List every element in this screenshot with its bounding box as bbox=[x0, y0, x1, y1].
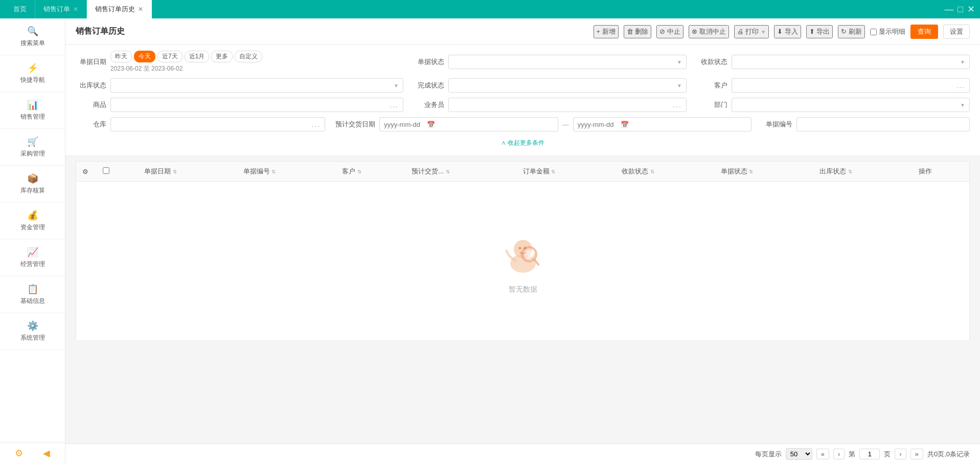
page-size-select[interactable]: 50 10 20 100 bbox=[786, 448, 812, 460]
export-btn[interactable]: ⬆ 导出 bbox=[806, 25, 833, 38]
salesman-dots[interactable]: ... bbox=[673, 101, 682, 109]
department-control[interactable]: ▼ bbox=[732, 98, 970, 112]
sort-order-status-icon[interactable]: ⇅ bbox=[749, 169, 753, 174]
complete-status-control[interactable]: ▼ bbox=[448, 78, 687, 93]
toolbar: + 新增 🗑 删除 ⊘ 中止 ⊗ 取消中止 🖨 打印 ▼ ⬇ 导入 bbox=[594, 25, 970, 44]
delivery-date-to-input[interactable] bbox=[578, 121, 619, 128]
query-btn[interactable]: 查询 bbox=[910, 25, 938, 39]
filter-row-1: 单据日期 昨天 今天 近7天 近1月 更多 自定义 2023-06-02 至 2… bbox=[76, 51, 970, 73]
import-btn-label: ⬇ 导入 bbox=[777, 27, 798, 36]
order-status-control[interactable]: ▼ bbox=[448, 55, 687, 69]
sidebar-item-basic-info[interactable]: 📋 基础信息 bbox=[0, 276, 65, 313]
cancel-stop-btn[interactable]: ⊗ 取消中止 bbox=[689, 25, 729, 38]
tab-sales-order-history[interactable]: 销售订单历史 ✕ bbox=[87, 0, 152, 18]
sidebar-settings-icon[interactable]: ⚙ bbox=[15, 448, 23, 459]
current-page-input[interactable] bbox=[859, 449, 880, 459]
sidebar-item-system-mgmt-label: 系统管理 bbox=[20, 334, 45, 342]
sort-customer-icon[interactable]: ⇅ bbox=[357, 169, 361, 174]
delete-btn[interactable]: 🗑 删除 bbox=[624, 25, 652, 38]
quick-nav-icon: ⚡ bbox=[27, 62, 38, 74]
delivery-date-from-input[interactable] bbox=[384, 121, 425, 128]
table-col-order-status: 单据状态 ⇅ bbox=[715, 162, 814, 182]
select-all-checkbox[interactable] bbox=[103, 167, 109, 174]
product-dots[interactable]: ... bbox=[390, 101, 399, 109]
delivery-date-from-wrap: 📅 bbox=[379, 117, 558, 131]
customer-control[interactable]: ... bbox=[732, 78, 970, 93]
tab-home[interactable]: 首页 bbox=[5, 0, 35, 18]
page-size-label: 每页显示 bbox=[755, 450, 782, 459]
date-btn-last7[interactable]: 近7天 bbox=[157, 51, 183, 62]
delivery-status-control[interactable]: ▼ bbox=[110, 78, 403, 93]
payment-status-chevron: ▼ bbox=[960, 59, 965, 65]
sidebar-collapse-icon[interactable]: ◀ bbox=[43, 448, 50, 459]
print-dropdown-icon[interactable]: ▼ bbox=[761, 29, 766, 35]
warehouse-control[interactable]: ... bbox=[110, 117, 325, 131]
table-col-payment-status: 收款状态 ⇅ bbox=[616, 162, 715, 182]
sidebar-bottom: ⚙ ◀ bbox=[0, 442, 65, 464]
sidebar-item-search-menu[interactable]: 🔍 搜索菜单 bbox=[0, 18, 65, 55]
filter-delivery-date: 预计交货日期 📅 — 📅 bbox=[335, 117, 751, 131]
sidebar-item-quick-nav[interactable]: ⚡ 快捷导航 bbox=[0, 55, 65, 92]
date-btn-yesterday[interactable]: 昨天 bbox=[110, 51, 132, 62]
order-number-label: 单据编号 bbox=[762, 120, 792, 129]
table-col-settings[interactable]: ⚙ bbox=[76, 162, 97, 182]
table-col-checkbox bbox=[97, 162, 139, 182]
calendar-from-icon[interactable]: 📅 bbox=[427, 121, 435, 128]
window-maximize-btn[interactable]: □ bbox=[958, 4, 963, 15]
display-detail-checkbox[interactable] bbox=[870, 29, 877, 35]
order-number-control[interactable] bbox=[796, 117, 970, 131]
filter-customer: 客户 ... bbox=[697, 78, 970, 93]
tab-sales-order-label: 销售订单 bbox=[43, 5, 70, 14]
sidebar-item-purchase-mgmt[interactable]: 🛒 采购管理 bbox=[0, 129, 65, 166]
last-page-btn[interactable]: » bbox=[910, 449, 923, 459]
calendar-to-icon[interactable]: 📅 bbox=[621, 121, 629, 128]
date-btn-more[interactable]: 更多 bbox=[211, 51, 233, 62]
sidebar-item-inventory[interactable]: 📦 库存核算 bbox=[0, 166, 65, 203]
display-detail-label: 显示明细 bbox=[879, 27, 905, 36]
salesman-control[interactable]: ... bbox=[448, 98, 687, 112]
stop-btn[interactable]: ⊘ 中止 bbox=[656, 25, 683, 38]
filter-row-4: 仓库 ... 预计交货日期 📅 — 📅 bbox=[76, 117, 970, 131]
tab-sales-order-history-close[interactable]: ✕ bbox=[138, 6, 143, 13]
empty-svg bbox=[497, 228, 549, 279]
import-btn[interactable]: ⬇ 导入 bbox=[774, 25, 801, 38]
order-status-label: 单据状态 bbox=[414, 57, 444, 67]
sidebar-item-system-mgmt[interactable]: ⚙️ 系统管理 bbox=[0, 313, 65, 350]
customer-dots[interactable]: ... bbox=[956, 81, 965, 90]
date-btn-last1month[interactable]: 近1月 bbox=[185, 51, 210, 62]
inventory-icon: 📦 bbox=[27, 173, 38, 184]
tab-sales-order[interactable]: 销售订单 ✕ bbox=[35, 0, 87, 18]
tab-sales-order-close[interactable]: ✕ bbox=[73, 6, 78, 13]
sort-delivery-date-icon[interactable]: ⇅ bbox=[446, 169, 450, 174]
pagination-bar: 每页显示 50 10 20 100 « ‹ 第 页 › » 共0页,0条记录 bbox=[65, 444, 980, 464]
first-page-btn[interactable]: « bbox=[816, 449, 829, 459]
window-minimize-btn[interactable]: — bbox=[944, 4, 953, 15]
prev-page-btn[interactable]: ‹ bbox=[833, 449, 845, 459]
new-btn[interactable]: + 新增 bbox=[594, 25, 619, 38]
sidebar-item-sales-mgmt[interactable]: 📊 销售管理 bbox=[0, 92, 65, 129]
settings-btn[interactable]: 设置 bbox=[943, 25, 970, 39]
filter-row-3: 商品 ... 业务员 ... 部门 ▼ bbox=[76, 98, 970, 112]
sort-payment-status-icon[interactable]: ⇅ bbox=[650, 169, 654, 174]
sort-delivery-status-icon[interactable]: ⇅ bbox=[848, 169, 852, 174]
system-mgmt-icon: ⚙️ bbox=[27, 320, 38, 332]
refresh-btn[interactable]: ↻ 刷新 bbox=[838, 25, 865, 38]
payment-status-control[interactable]: ▼ bbox=[732, 55, 970, 69]
sort-number-icon[interactable]: ⇅ bbox=[271, 169, 276, 174]
product-control[interactable]: ... bbox=[110, 98, 403, 112]
warehouse-dots[interactable]: ... bbox=[312, 120, 321, 128]
empty-state-cell: 暂无数据 bbox=[76, 182, 970, 341]
window-close-btn[interactable]: ✕ bbox=[967, 4, 975, 15]
sidebar-item-finance[interactable]: 💰 资金管理 bbox=[0, 203, 65, 239]
next-page-btn[interactable]: › bbox=[895, 449, 906, 459]
sidebar-item-operations[interactable]: 📈 经营管理 bbox=[0, 239, 65, 276]
sort-amount-icon[interactable]: ⇅ bbox=[551, 169, 555, 174]
date-btn-today[interactable]: 今天 bbox=[134, 51, 155, 62]
data-table: ⚙ 单据日期 ⇅ 单据编号 ⇅ 客户 ⇅ bbox=[76, 161, 970, 341]
date-btn-custom[interactable]: 自定义 bbox=[235, 51, 262, 62]
collapse-bar[interactable]: ∧ 收起更多条件 bbox=[76, 137, 970, 149]
sort-date-icon[interactable]: ⇅ bbox=[173, 169, 177, 174]
date-buttons: 昨天 今天 近7天 近1月 更多 自定义 bbox=[110, 51, 403, 62]
table-col-amount: 订单金额 ⇅ bbox=[517, 162, 616, 182]
print-btn[interactable]: 🖨 打印 ▼ bbox=[734, 25, 769, 38]
